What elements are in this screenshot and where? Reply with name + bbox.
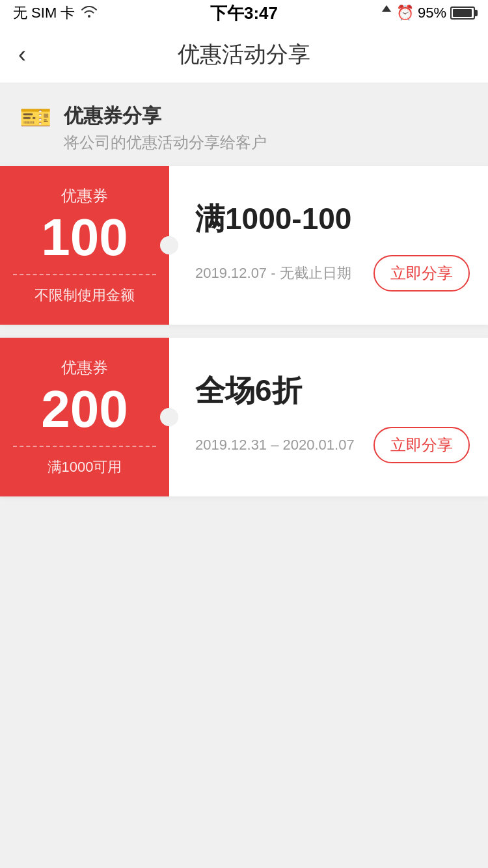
coupon-name: 全场6折 — [195, 371, 470, 411]
section-title: 优惠券分享 — [64, 103, 267, 129]
nav-bar: ‹ 优惠活动分享 — [0, 26, 488, 83]
coupon-condition: 不限制使用金额 — [34, 286, 135, 305]
status-left: 无 SIM 卡 — [13, 3, 98, 23]
coupon-footer: 2019.12.31 – 2020.01.07 立即分享 — [195, 427, 470, 463]
coupon-right-panel: 满1000-100 2019.12.07 - 无截止日期 立即分享 — [169, 166, 488, 325]
coupon-footer: 2019.12.07 - 无截止日期 立即分享 — [195, 255, 470, 292]
coupon-card: 优惠券 200 满1000可用 全场6折 2019.12.31 – 2020.0… — [0, 338, 488, 496]
location-icon — [381, 5, 392, 21]
coupon-right-panel: 全场6折 2019.12.31 – 2020.01.07 立即分享 — [169, 338, 488, 496]
coupon-card: 优惠券 100 不限制使用金额 满1000-100 2019.12.07 - 无… — [0, 166, 488, 325]
status-time: 下午3:47 — [210, 2, 278, 25]
alarm-icon: ⏰ — [396, 5, 414, 21]
section-subtitle: 将公司的优惠活动分享给客户 — [64, 132, 267, 153]
coupon-name: 满1000-100 — [195, 199, 470, 239]
section-text: 优惠券分享 将公司的优惠活动分享给客户 — [64, 103, 267, 153]
coupon-date: 2019.12.07 - 无截止日期 — [195, 264, 351, 283]
battery-icon — [450, 7, 475, 20]
battery-percent: 95% — [418, 5, 446, 21]
status-bar: 无 SIM 卡 下午3:47 ⏰ 95% — [0, 0, 488, 26]
status-right: ⏰ 95% — [381, 5, 475, 21]
coupon-share-icon: 🎫 — [20, 104, 52, 130]
share-button[interactable]: 立即分享 — [373, 255, 470, 292]
coupon-condition: 满1000可用 — [47, 457, 122, 477]
coupon-list: 优惠券 100 不限制使用金额 满1000-100 2019.12.07 - 无… — [0, 166, 488, 529]
back-button[interactable]: ‹ — [18, 41, 26, 68]
wifi-icon — [80, 5, 98, 21]
section-header: 🎫 优惠券分享 将公司的优惠活动分享给客户 — [0, 83, 488, 166]
coupon-amount: 200 — [41, 383, 128, 435]
page-title: 优惠活动分享 — [178, 40, 310, 70]
coupon-left-inner: 优惠券 200 满1000可用 — [13, 357, 156, 477]
coupon-type-label: 优惠券 — [61, 357, 108, 378]
coupon-amount: 100 — [41, 211, 128, 264]
coupon-divider — [13, 446, 156, 447]
coupon-left-panel: 优惠券 200 满1000可用 — [0, 338, 169, 496]
coupon-type-label: 优惠券 — [61, 185, 108, 206]
coupon-left-panel: 优惠券 100 不限制使用金额 — [0, 166, 169, 325]
coupon-divider — [13, 274, 156, 275]
empty-area — [0, 529, 488, 868]
coupon-date: 2019.12.31 – 2020.01.07 — [195, 437, 355, 454]
coupon-left-inner: 优惠券 100 不限制使用金额 — [13, 185, 156, 305]
no-sim-label: 无 SIM 卡 — [13, 3, 75, 23]
share-button[interactable]: 立即分享 — [373, 427, 470, 463]
